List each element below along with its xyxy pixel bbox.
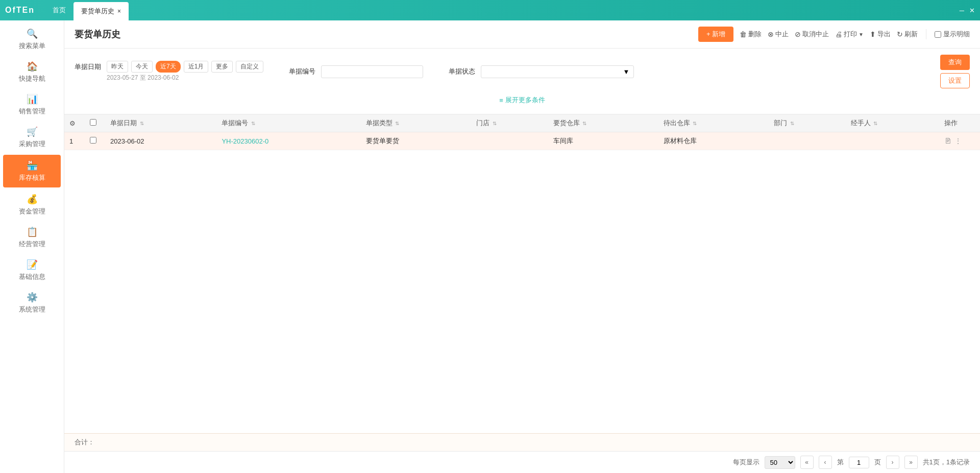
print-button[interactable]: 🖨 打印 ▼ [835, 30, 864, 39]
last-page-btn[interactable]: » [904, 456, 918, 469]
filter-area: 单据日期 昨天 今天 近7天 近1月 更多 自定义 2023-05-27 至 2… [64, 49, 980, 114]
data-table: ⚙ 单据日期 ⇅ 单据编号 ⇅ [64, 114, 980, 150]
cell-pending-warehouse: 原材料仓库 [658, 132, 769, 150]
page-header: 要货单历史 + 新增 🗑 删除 ⊗ 中止 ⊘ 取消中止 🖨 打印 [64, 20, 980, 49]
table-area: ⚙ 单据日期 ⇅ 单据编号 ⇅ [64, 114, 980, 433]
sidebar-item-system[interactable]: ⚙️ 系统管理 [0, 287, 64, 319]
sidebar-item-search[interactable]: 🔍 搜索菜单 [0, 23, 64, 56]
th-settings: ⚙ [64, 114, 85, 132]
row-checkbox[interactable] [90, 137, 96, 144]
date-filter-label: 单据日期 [75, 62, 103, 72]
print-dropdown-icon: ▼ [859, 32, 864, 37]
th-bill-type: 单据类型 ⇅ [361, 114, 471, 132]
more-action-icon[interactable]: ⋮ [954, 137, 962, 145]
refresh-button[interactable]: ↻ 刷新 [897, 30, 918, 39]
sidebar: 🔍 搜索菜单 🏠 快捷导航 📊 销售管理 🛒 采购管理 🏪 库存核算 💰 资金管… [0, 20, 64, 473]
table-footer: 合计： [64, 433, 980, 451]
sort-bill-type-icon[interactable]: ⇅ [395, 121, 399, 126]
page-title: 要货单历史 [75, 28, 120, 40]
cell-store [471, 132, 548, 150]
delete-button[interactable]: 🗑 删除 [740, 30, 762, 39]
date-btn-custom[interactable]: 自定义 [236, 61, 263, 73]
date-btn-yesterday[interactable]: 昨天 [107, 61, 128, 73]
cell-index: 1 [64, 132, 85, 150]
date-btn-today[interactable]: 今天 [131, 61, 153, 73]
sidebar-item-inventory[interactable]: 🏪 库存核算 [3, 155, 61, 187]
settings-button[interactable]: 设置 [940, 73, 970, 88]
date-btn-1month[interactable]: 近1月 [184, 61, 209, 73]
th-actions: 操作 [939, 114, 980, 132]
operation-icon: 📋 [27, 226, 38, 238]
bill-no-filter: 单据编号 [289, 65, 423, 78]
settings-icon[interactable]: ⚙ [69, 120, 76, 127]
system-icon: ⚙️ [27, 292, 38, 303]
date-btn-7days[interactable]: 近7天 [156, 61, 181, 73]
sidebar-item-finance[interactable]: 💰 资金管理 [0, 188, 64, 221]
cell-bill-type: 要货单要货 [361, 132, 471, 150]
sort-bill-no-icon[interactable]: ⇅ [251, 121, 255, 126]
sort-pending-warehouse-icon[interactable]: ⇅ [693, 121, 697, 126]
sort-store-icon[interactable]: ⇅ [493, 121, 497, 126]
table-head: ⚙ 单据日期 ⇅ 单据编号 ⇅ [64, 114, 980, 132]
sort-req-warehouse-icon[interactable]: ⇅ [582, 121, 586, 126]
table-header-row: ⚙ 单据日期 ⇅ 单据编号 ⇅ [64, 114, 980, 132]
show-detail-input[interactable] [935, 31, 941, 38]
status-label: 单据状态 [449, 67, 477, 76]
show-detail-checkbox[interactable]: 显示明细 [935, 30, 970, 39]
inventory-icon: 🏪 [27, 160, 38, 171]
sort-handler-icon[interactable]: ⇅ [873, 121, 877, 126]
tab-home[interactable]: 首页 [45, 0, 74, 20]
view-action-icon[interactable]: 🖹 [944, 137, 951, 145]
status-select[interactable]: ▼ [481, 65, 634, 78]
main-content: 要货单历史 + 新增 🗑 删除 ⊗ 中止 ⊘ 取消中止 🖨 打印 [64, 20, 980, 473]
per-page-label: 每页显示 [733, 458, 760, 467]
date-btn-more[interactable]: 更多 [211, 61, 233, 73]
sort-department-icon[interactable]: ⇅ [790, 121, 794, 126]
finance-icon: 💰 [27, 194, 38, 205]
sidebar-item-purchase[interactable]: 🛒 采购管理 [0, 121, 64, 154]
prev-page-btn[interactable]: ‹ [819, 456, 832, 469]
stop-icon: ⊗ [768, 30, 774, 38]
th-handler: 经手人 ⇅ [846, 114, 939, 132]
query-button[interactable]: 查询 [940, 55, 970, 70]
status-filter: 单据状态 ▼ [449, 65, 930, 78]
row-actions: 🖹 ⋮ [944, 137, 975, 145]
date-filter: 单据日期 昨天 今天 近7天 近1月 更多 自定义 2023-05-27 至 2… [75, 61, 263, 82]
page-input[interactable] [849, 457, 869, 468]
close-tab-icon[interactable]: × [117, 8, 121, 15]
next-page-btn[interactable]: › [886, 456, 899, 469]
per-page-select[interactable]: 20 50 100 [765, 456, 795, 469]
new-button[interactable]: + 新增 [698, 27, 733, 42]
quick-nav-icon: 🏠 [27, 61, 38, 72]
date-range-text: 2023-05-27 至 2023-06-02 [107, 74, 179, 81]
print-icon: 🖨 [835, 30, 842, 38]
refresh-icon: ↻ [897, 30, 903, 38]
pagination-bar: 每页显示 20 50 100 « ‹ 第 页 › » 共1页，1条记录 [64, 451, 980, 473]
th-bill-no: 单据编号 ⇅ [216, 114, 360, 132]
bill-no-input[interactable] [321, 65, 423, 78]
sidebar-item-operation[interactable]: 📋 经营管理 [0, 221, 64, 254]
cancel-stop-button[interactable]: ⊘ 取消中止 [795, 30, 829, 39]
page-suffix: 页 [874, 458, 881, 467]
export-button[interactable]: ⬆ 导出 [870, 30, 891, 39]
purchase-icon: 🛒 [27, 126, 38, 137]
cell-handler [846, 132, 939, 150]
sidebar-item-sales[interactable]: 📊 销售管理 [0, 88, 64, 121]
sidebar-item-basic-info[interactable]: 📝 基础信息 [0, 254, 64, 287]
sidebar-item-quick-nav[interactable]: 🏠 快捷导航 [0, 56, 64, 88]
minimize-icon[interactable]: ─ [960, 7, 964, 14]
delete-icon: 🗑 [740, 30, 747, 38]
stop-button[interactable]: ⊗ 中止 [768, 30, 789, 39]
bill-no-label: 单据编号 [289, 67, 317, 76]
bill-no-link[interactable]: YH-20230602-0 [222, 137, 268, 145]
first-page-btn[interactable]: « [800, 456, 814, 469]
th-req-warehouse: 要货仓库 ⇅ [548, 114, 658, 132]
status-dropdown-icon: ▼ [623, 68, 630, 76]
expand-more-btn[interactable]: ≡ 展开更多条件 [75, 92, 970, 108]
close-icon[interactable]: ✕ [969, 7, 975, 14]
tab-bill-history[interactable]: 要货单历史 × [74, 2, 129, 20]
sort-bill-date-icon[interactable]: ⇅ [140, 121, 144, 126]
select-all-checkbox[interactable] [90, 119, 96, 126]
cell-req-warehouse: 车间库 [548, 132, 658, 150]
toolbar: + 新增 🗑 删除 ⊗ 中止 ⊘ 取消中止 🖨 打印 ▼ [698, 27, 970, 42]
